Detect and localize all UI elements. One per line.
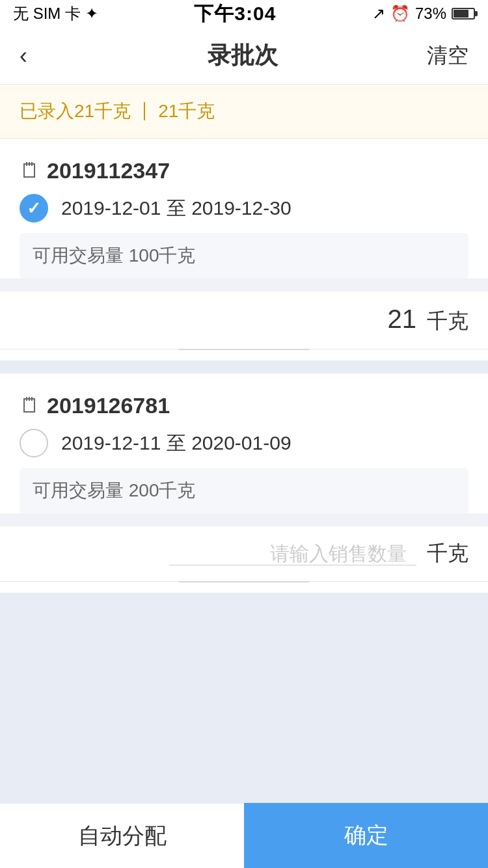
batch-2-row[interactable]: 2019-12-11 至 2020-01-09 (20, 429, 468, 457)
batch-1-header: 🗒 2019112347 (20, 158, 468, 183)
nav-bar: ‹ 录批次 清空 (0, 27, 488, 85)
batch-2-quantity-row: 千克 (0, 526, 488, 582)
summary-value: 21千克 (158, 99, 215, 124)
batch-1-unit: 千克 (427, 307, 468, 336)
summary-label: 已录入21千克 (20, 99, 131, 124)
batch-2-quantity-input[interactable] (169, 543, 416, 565)
batch-1-quantity-value: 21 (364, 305, 416, 334)
batch-2-icon: 🗒 (20, 394, 40, 418)
status-right: ↗ ⏰ 73% (372, 5, 475, 23)
batch-2-date: 2019-12-11 至 2020-01-09 (61, 430, 291, 457)
battery-percent: 73% (415, 5, 446, 23)
page-title: 录批次 (208, 40, 278, 72)
batch-2-header: 🗒 2019126781 (20, 393, 468, 418)
back-button[interactable]: ‹ (20, 42, 59, 70)
clear-button[interactable]: 清空 (427, 42, 468, 70)
batch-1-radio[interactable] (20, 194, 48, 223)
batch-2-radio[interactable] (20, 429, 48, 457)
summary-divider (144, 102, 145, 120)
confirm-button[interactable]: 确定 (244, 803, 488, 868)
auto-distribute-button[interactable]: 自动分配 (0, 803, 244, 868)
no-sim-text: 无 SIM 卡 ✦ (13, 3, 98, 24)
summary-bar: 已录入21千克 21千克 (0, 85, 488, 139)
batch-2-available: 可用交易量 200千克 (20, 468, 468, 513)
section-divider (0, 360, 488, 373)
batch-1-quantity-row: 21 千克 (0, 292, 488, 349)
status-bar: 无 SIM 卡 ✦ 下午3:04 ↗ ⏰ 73% (0, 0, 488, 27)
battery-icon (452, 8, 475, 20)
batch-1-id: 2019112347 (47, 158, 170, 183)
batch-card-2: 🗒 2019126781 2019-12-11 至 2020-01-09 可用交… (0, 373, 488, 513)
batch-1-available: 可用交易量 100千克 (20, 233, 468, 278)
batch-1-icon: 🗒 (20, 159, 40, 183)
batch-card-1: 🗒 2019112347 2019-12-01 至 2019-12-30 可用交… (0, 139, 488, 278)
status-time: 下午3:04 (194, 1, 276, 27)
batch-1-row[interactable]: 2019-12-01 至 2019-12-30 (20, 194, 468, 223)
alarm-icon: ⏰ (390, 5, 410, 23)
direction-icon: ↗ (372, 5, 385, 23)
batch-2-unit: 千克 (427, 539, 468, 568)
status-left: 无 SIM 卡 ✦ (13, 3, 98, 24)
bottom-bar: 自动分配 确定 (0, 803, 488, 868)
batch-2-id: 2019126781 (47, 393, 170, 418)
batch-1-date: 2019-12-01 至 2019-12-30 (61, 195, 291, 222)
